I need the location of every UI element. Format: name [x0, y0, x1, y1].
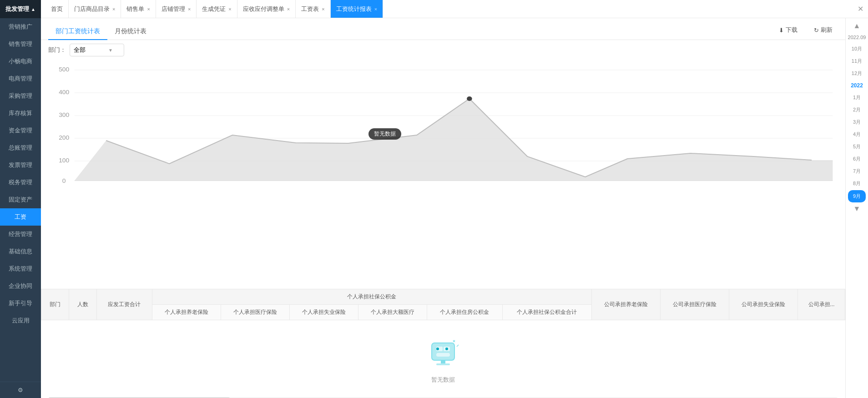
tab-item-1[interactable]: 门店商品目录× [69, 0, 121, 18]
sidebar-item-3[interactable]: 电商管理 [0, 70, 41, 87]
sidebar-item-10[interactable]: 固定资产 [0, 191, 41, 208]
tab-item-0[interactable]: 首页 [45, 0, 69, 18]
svg-point-18 [436, 348, 439, 350]
svg-text:300: 300 [59, 112, 69, 118]
tab-label-2: 销售单 [126, 5, 144, 13]
sidebar-item-1[interactable]: 销售管理 [0, 35, 41, 53]
sidebar-item-11[interactable]: 工资 [0, 208, 41, 226]
download-button[interactable]: ⬇ 下载 [773, 24, 803, 36]
sidebar-item-9[interactable]: 税务管理 [0, 174, 41, 191]
col-company-medical: 公司承担医疗保险 [661, 289, 729, 320]
timeline-item-9[interactable]: 5月 [846, 141, 868, 153]
sidebar-item-4[interactable]: 采购管理 [0, 87, 41, 105]
sidebar-item-8[interactable]: 发票管理 [0, 156, 41, 174]
col-headcount: 人数 [69, 289, 97, 320]
timeline-item-11[interactable]: 7月 [846, 165, 868, 177]
main-area: 首页门店商品目录×销售单×店铺管理×生成凭证×应收应付调整单×工资表×工资统计报… [41, 0, 868, 398]
tab-bar: 首页门店商品目录×销售单×店铺管理×生成凭证×应收应付调整单×工资表×工资统计报… [41, 0, 868, 18]
sidebar: 批发管理 ▲ 营销推广销售管理小畅电商电商管理采购管理库存核算资金管理总账管理发… [0, 0, 41, 398]
timeline-item-1[interactable]: 10月 [846, 43, 868, 55]
sidebar-settings[interactable]: ⚙ [0, 382, 41, 398]
toolbar: ⬇ 下载 ↻ 刷新 [761, 20, 845, 40]
tab-close-6[interactable]: × [322, 6, 324, 12]
sidebar-title: 批发管理 [5, 5, 29, 13]
tab-item-6[interactable]: 工资表× [296, 0, 330, 18]
tab-item-7[interactable]: 工资统计报表× [331, 0, 383, 18]
table-section: 部门 人数 应发工资合计 个人承担社保公积金 公司承担养老保险 公司承担医疗保险… [41, 289, 845, 398]
col-personal-housing: 个人承担住房公积金 [427, 305, 502, 320]
timeline-item-8[interactable]: 4月 [846, 128, 868, 141]
tab-close-2[interactable]: × [147, 6, 150, 12]
tab-monthly-stats[interactable]: 月份统计表 [107, 24, 154, 40]
timeline-item-13[interactable]: 9月 [848, 190, 866, 202]
sidebar-item-15[interactable]: 企业协同 [0, 277, 41, 295]
sidebar-item-13[interactable]: 基础信息 [0, 243, 41, 260]
col-company-other: 公司承担... [798, 289, 845, 320]
timeline-down-icon[interactable]: ▼ [852, 203, 863, 215]
sidebar-item-2[interactable]: 小畅电商 [0, 53, 41, 70]
timeline-item-6[interactable]: 2月 [846, 104, 868, 116]
right-timeline: ▲ 2022.0910月11月12月20221月2月3月4月5月6月7月8月9月… [845, 18, 868, 398]
timeline-item-4[interactable]: 2022 [846, 80, 868, 91]
timeline-item-12[interactable]: 8月 [846, 177, 868, 190]
tab-close-5[interactable]: × [287, 6, 290, 12]
department-select[interactable]: 全部 ▼ [70, 44, 124, 56]
col-group-personal: 个人承担社保公积金 [152, 289, 592, 305]
timeline-item-0[interactable]: 2022.09 [846, 32, 868, 43]
svg-point-13 [467, 96, 472, 101]
tab-label-3: 店铺管理 [161, 5, 185, 13]
svg-rect-14 [432, 343, 454, 360]
sidebar-item-12[interactable]: 经营管理 [0, 226, 41, 243]
tab-close-4[interactable]: × [228, 6, 231, 12]
timeline-item-2[interactable]: 11月 [846, 55, 868, 67]
window-close-icon[interactable]: ✕ [858, 5, 863, 13]
svg-point-19 [445, 348, 448, 350]
empty-state: 暂无数据 [41, 320, 845, 398]
tab-label-7: 工资统计报表 [336, 5, 372, 13]
filter-row: 部门： 全部 ▼ [41, 40, 845, 60]
sidebar-item-16[interactable]: 新手引导 [0, 295, 41, 312]
sidebar-item-0[interactable]: 营销推广 [0, 18, 41, 35]
sidebar-item-5[interactable]: 库存核算 [0, 105, 41, 122]
tab-item-2[interactable]: 销售单× [121, 0, 156, 18]
timeline-item-5[interactable]: 1月 [846, 91, 868, 104]
col-personal-pension: 个人承担养老保险 [152, 305, 221, 320]
chart-tooltip: 暂无数据 [368, 128, 401, 140]
chart-svg: 500 400 300 200 100 0 [48, 65, 838, 192]
tab-close-3[interactable]: × [188, 6, 191, 12]
timeline-item-7[interactable]: 3月 [846, 116, 868, 128]
tab-label-0: 首页 [51, 5, 63, 13]
chevron-down-icon: ▼ [108, 48, 113, 53]
sidebar-item-7[interactable]: 总账管理 [0, 139, 41, 156]
svg-text:0: 0 [62, 178, 66, 184]
tab-item-4[interactable]: 生成凭证× [197, 0, 237, 18]
col-personal-total: 个人承担社保公积金合计 [502, 305, 591, 320]
tab-close-1[interactable]: × [112, 6, 115, 12]
tab-close-7[interactable]: × [374, 6, 377, 12]
refresh-button[interactable]: ↻ 刷新 [808, 24, 838, 36]
content-area: 部门工资统计表 月份统计表 ⬇ 下载 ↻ 刷新 部门： [41, 18, 868, 398]
sidebar-item-6[interactable]: 资金管理 [0, 122, 41, 139]
col-company-pension: 公司承担养老保险 [592, 289, 661, 320]
svg-rect-20 [441, 360, 445, 364]
tab-label-4: 生成凭证 [202, 5, 226, 13]
tab-department-salary[interactable]: 部门工资统计表 [48, 24, 107, 40]
download-icon: ⬇ [779, 27, 784, 34]
sidebar-item-17[interactable]: 云应用 [0, 312, 41, 329]
sidebar-item-14[interactable]: 系统管理 [0, 260, 41, 277]
col-department: 部门 [41, 289, 69, 320]
tab-item-3[interactable]: 店铺管理× [156, 0, 197, 18]
filter-label: 部门： [48, 46, 66, 54]
tab-item-5[interactable]: 应收应付调整单× [237, 0, 296, 18]
svg-rect-21 [436, 363, 450, 365]
svg-text:500: 500 [59, 66, 69, 73]
svg-text:100: 100 [59, 157, 69, 164]
col-company-unemployment: 公司承担失业保险 [729, 289, 798, 320]
timeline-up-icon[interactable]: ▲ [852, 20, 863, 32]
col-personal-bigmedical: 个人承担大额医疗 [358, 305, 427, 320]
sidebar-header[interactable]: 批发管理 ▲ [0, 0, 41, 18]
tab-label-6: 工资表 [301, 5, 319, 13]
timeline-item-10[interactable]: 6月 [846, 153, 868, 165]
svg-marker-12 [75, 99, 833, 181]
timeline-item-3[interactable]: 12月 [846, 67, 868, 80]
